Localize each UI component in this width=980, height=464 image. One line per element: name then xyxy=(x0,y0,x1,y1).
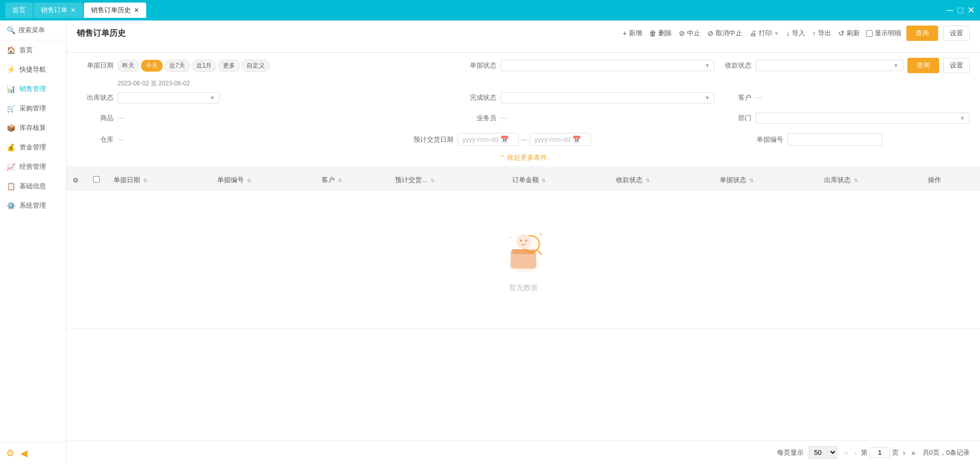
date-badge-yesterday[interactable]: 昨天 xyxy=(118,60,139,72)
query-button-right[interactable]: 查询 xyxy=(907,58,939,73)
delivery-date-start[interactable]: yyyy-mm-dd 📅 xyxy=(458,133,519,146)
th-delivery[interactable]: 预计交货... ⇅ xyxy=(389,170,506,190)
filter-delivery-col: 预计交货日期 yyyy-mm-dd 📅 — yyyy-mm-dd 📅 xyxy=(412,133,746,146)
product-picker[interactable]: ··· xyxy=(118,114,124,123)
sort-receipt-icon: ⇅ xyxy=(646,178,650,183)
th-operation: 操作 xyxy=(922,170,980,190)
operations-icon: 📈 xyxy=(6,162,15,171)
sidebar-item-sales[interactable]: 📊 销售管理 xyxy=(0,79,66,99)
new-button[interactable]: + 新增 xyxy=(622,27,643,40)
docnum-input[interactable] xyxy=(787,133,882,146)
stop-icon: ⊘ xyxy=(679,29,685,37)
page-size-select[interactable]: 10 20 50 100 xyxy=(809,446,837,459)
complete-label: 完成状态 xyxy=(460,93,500,102)
outbound-select[interactable]: ▼ xyxy=(118,92,220,103)
cancel-stop-button[interactable]: ⊘ 取消中止 xyxy=(706,27,743,40)
sidebar-item-operations[interactable]: 📈 经营管理 xyxy=(0,157,66,176)
sidebar-item-quick-nav[interactable]: ⚡ 快捷导航 xyxy=(0,60,66,79)
display-toggle-checkbox[interactable] xyxy=(866,30,873,37)
th-check[interactable] xyxy=(87,170,107,190)
settings-bottom-icon[interactable]: ⚙ xyxy=(6,448,14,459)
filter-product-col: 商品 ··· xyxy=(77,114,460,123)
filter-row-4: 仓库 ··· 预计交货日期 yyyy-mm-dd 📅 — yyyy-mm-dd … xyxy=(66,129,980,146)
tab-sales-order-history[interactable]: 销售订单历史 ✕ xyxy=(84,3,146,18)
sidebar-item-base-label: 基础信息 xyxy=(19,182,46,191)
close-button[interactable]: ✕ xyxy=(967,5,975,16)
sidebar-item-operations-label: 经营管理 xyxy=(19,162,46,171)
print-dropdown-icon[interactable]: ▼ xyxy=(774,31,779,36)
sidebar-item-inventory[interactable]: 📦 库存核算 xyxy=(0,118,66,138)
import-label: 导入 xyxy=(792,29,805,38)
th-gear[interactable]: ⚙ xyxy=(66,170,87,190)
print-button[interactable]: 🖨 打印 ▼ xyxy=(748,27,780,40)
date-badge-more[interactable]: 更多 xyxy=(218,60,240,72)
date-badge-custom[interactable]: 自定义 xyxy=(242,60,269,72)
select-all-checkbox[interactable] xyxy=(93,176,100,183)
dept-select[interactable]: ▼ xyxy=(756,113,970,124)
minimize-button[interactable]: ─ xyxy=(947,5,953,16)
last-page-button[interactable]: » xyxy=(909,448,918,458)
toolbar: + 新增 🗑 删除 ⊘ 中止 ⊘ 取消中止 xyxy=(622,26,970,47)
sidebar-item-system[interactable]: ⚙️ 系统管理 xyxy=(0,196,66,215)
date-badge-1month[interactable]: 近1月 xyxy=(192,60,217,72)
display-toggle[interactable]: 显示明细 xyxy=(866,29,901,38)
tab-home[interactable]: 首页 xyxy=(5,3,33,18)
tab-sales-order-history-close[interactable]: ✕ xyxy=(134,7,139,14)
query-button[interactable]: 查询 xyxy=(906,26,938,41)
delivery-date-end[interactable]: yyyy-mm-dd 📅 xyxy=(530,133,591,146)
setting-button-right[interactable]: 设置 xyxy=(943,58,970,73)
th-customer[interactable]: 客户 ⇅ xyxy=(315,170,389,190)
th-number[interactable]: 单据编号 ⇅ xyxy=(211,170,315,190)
th-receipt-status[interactable]: 收款状态 ⇅ xyxy=(610,170,714,190)
page-number-input[interactable] xyxy=(870,447,890,458)
import-button[interactable]: ↓ 导入 xyxy=(785,27,806,40)
sidebar-item-finance[interactable]: 💰 资金管理 xyxy=(0,138,66,157)
delete-button[interactable]: 🗑 删除 xyxy=(648,27,673,40)
receipt-status-select[interactable]: ▼ xyxy=(756,60,903,71)
sidebar-item-home[interactable]: 🏠 首页 xyxy=(0,40,66,60)
maximize-button[interactable]: □ xyxy=(958,5,963,16)
print-label: 打印 xyxy=(759,29,772,38)
sidebar-item-purchase[interactable]: 🛒 采购管理 xyxy=(0,99,66,118)
home-icon: 🏠 xyxy=(6,46,15,55)
calendar-start-icon: 📅 xyxy=(500,136,509,143)
filter-receipt-status-col: 收款状态 ▼ 查询 设置 xyxy=(715,58,970,73)
date-value: 昨天 今天 近7天 近1月 更多 自定义 xyxy=(118,60,460,72)
sidebar-item-base[interactable]: 📋 基础信息 xyxy=(0,176,66,196)
tab-sales-order[interactable]: 销售订单 ✕ xyxy=(34,3,83,18)
export-button[interactable]: ↑ 导出 xyxy=(811,27,832,40)
refresh-button[interactable]: ↺ 刷新 xyxy=(837,27,861,40)
quick-nav-icon: ⚡ xyxy=(6,65,15,74)
sidebar: 🔍 搜索菜单 🏠 首页 ⚡ 快捷导航 📊 销售管理 🛒 采购管理 📦 库存核算 … xyxy=(0,20,66,464)
th-doc-status[interactable]: 单据状态 ⇅ xyxy=(714,170,817,190)
prev-page-button[interactable]: ‹ xyxy=(852,448,859,458)
complete-select[interactable]: ▼ xyxy=(500,92,715,103)
window-controls: ─ □ ✕ xyxy=(947,5,975,16)
next-page-button[interactable]: › xyxy=(901,448,907,458)
sidebar-search[interactable]: 🔍 搜索菜单 xyxy=(0,20,66,40)
collapse-more[interactable]: ⌃ 收起更多条件 xyxy=(66,151,980,166)
filter-section: 单据日期 昨天 今天 近7天 近1月 更多 自定义 单据状态 xyxy=(66,53,980,166)
th-date[interactable]: 单据日期 ⇅ xyxy=(107,170,211,190)
sidebar-item-quick-nav-label: 快捷导航 xyxy=(19,65,46,74)
date-badge-7days[interactable]: 近7天 xyxy=(165,60,190,72)
customer-picker[interactable]: ··· xyxy=(756,93,762,102)
tab-sales-order-close[interactable]: ✕ xyxy=(71,7,76,14)
status-label: 单据状态 xyxy=(460,61,500,70)
warehouse-picker[interactable]: ··· xyxy=(118,135,124,144)
th-amount[interactable]: 订单金额 ⇅ xyxy=(506,170,610,190)
tab-bar: 首页 销售订单 ✕ 销售订单历史 ✕ xyxy=(5,3,947,18)
date-badge-today[interactable]: 今天 xyxy=(141,60,163,72)
sidebar-item-system-label: 系统管理 xyxy=(19,201,46,210)
status-select[interactable]: ▼ xyxy=(500,60,715,71)
export-icon: ↑ xyxy=(812,29,816,37)
salesperson-picker[interactable]: ··· xyxy=(500,114,507,123)
th-out-status[interactable]: 出库状态 ⇅ xyxy=(818,170,922,190)
page-header-section: 销售订单历史 + 新增 🗑 删除 ⊘ 中止 ⊘ xyxy=(66,20,980,53)
stop-button[interactable]: ⊘ 中止 xyxy=(678,27,701,40)
first-page-button[interactable]: « xyxy=(842,448,851,458)
gear-col-icon[interactable]: ⚙ xyxy=(73,176,79,184)
collapse-sidebar-icon[interactable]: ◀ xyxy=(20,448,28,459)
page-title: 销售订单历史 xyxy=(77,28,126,45)
setting-button[interactable]: 设置 xyxy=(943,26,970,41)
